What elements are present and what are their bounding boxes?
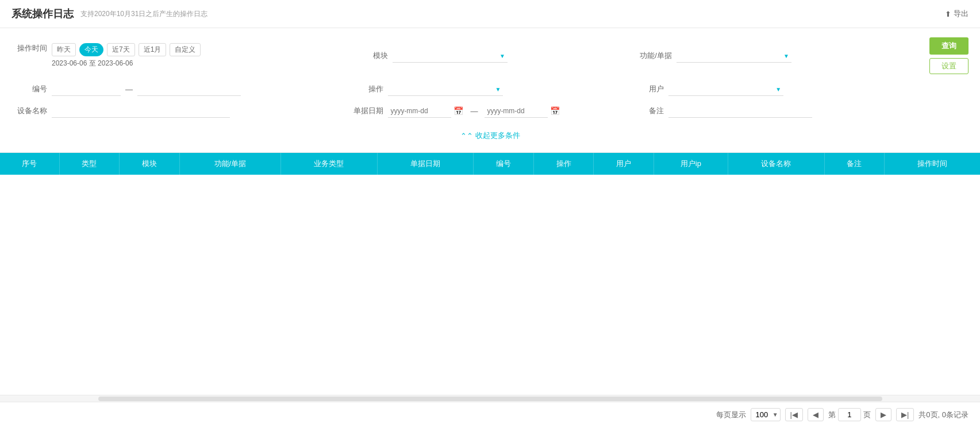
time-section: 昨天 今天 近7天 近1月 自定义 2023-06-06 至 2023-06-0… [52,43,201,68]
number-to-input[interactable] [137,82,241,96]
scrollbar-area[interactable] [0,395,980,402]
date-from-input[interactable] [388,105,451,118]
export-icon: ⬆ [945,10,951,18]
table-area: 序号类型模块功能/单据业务类型单据日期编号操作用户用户ip设备名称备注操作时间 [0,153,980,395]
table-header-cell: 操作 [533,153,593,175]
time-range-display: 2023-06-06 至 2023-06-06 [52,59,133,68]
user-cell: 用户 ▼ [628,82,909,96]
total-info: 共0页, 0条记录 [918,410,969,420]
module-select[interactable] [393,49,508,63]
date-to-input[interactable] [485,105,548,118]
page-unit: 页 [863,410,871,420]
collapse-label: 收起更多条件 [475,130,520,141]
voucher-date-cell: 单据日期 📅 — 📅 [348,105,628,118]
table-header-cell: 业务类型 [281,153,378,175]
per-page-label: 每页显示 [716,410,746,420]
time-btn-1month[interactable]: 近1月 [139,43,167,56]
page-wrapper: 系统操作日志 支持2020年10月31日之后产生的操作日志 ⬆ 导出 操作时间 … [0,0,980,427]
function-label: 功能/单据 [636,51,677,61]
table-header-cell: 序号 [0,153,59,175]
export-button[interactable]: ⬆ 导出 [945,9,969,19]
filter-row-1: 操作时间 昨天 今天 近7天 近1月 自定义 2023-06-06 至 2023… [11,37,969,74]
page-label: 第 [828,410,836,420]
table-empty-area [0,175,980,393]
operation-filter-label: 操作 [348,84,388,94]
operation-time-label: 操作时间 [11,43,52,53]
page-header: 系统操作日志 支持2020年10月31日之后产生的操作日志 ⬆ 导出 [0,0,980,28]
time-btn-7days[interactable]: 近7天 [107,43,135,56]
export-label: 导出 [954,9,969,19]
table-header: 序号类型模块功能/单据业务类型单据日期编号操作用户用户ip设备名称备注操作时间 [0,153,980,175]
number-label: 编号 [11,84,52,94]
table-header-cell: 单据日期 [377,153,474,175]
data-table: 序号类型模块功能/单据业务类型单据日期编号操作用户用户ip设备名称备注操作时间 [0,153,980,175]
function-select-wrapper: ▼ [677,49,791,63]
page-info: 第 页 [828,408,871,421]
action-btns: 查询 设置 [929,37,969,74]
per-page-select[interactable]: 100 10 20 50 200 [751,408,781,421]
filter-area: 操作时间 昨天 今天 近7天 近1月 自定义 2023-06-06 至 2023… [0,28,980,153]
calendar-to-icon[interactable]: 📅 [550,106,560,116]
settings-button[interactable]: 设置 [929,58,969,74]
time-btn-custom[interactable]: 自定义 [170,43,201,56]
table-header-cell: 用户 [594,153,654,175]
user-label: 用户 [628,84,668,94]
page-title: 系统操作日志 [11,7,74,21]
module-cell: 模块 ▼ [352,49,636,63]
module-select-wrapper: ▼ [393,49,508,63]
voucher-date-label: 单据日期 [348,106,388,116]
number-cell: 编号 — [11,82,348,96]
collapse-up-icon: ⌃⌃ [460,132,473,140]
operation-cell: 操作 ▼ [348,82,628,96]
table-header-cell: 用户ip [654,153,728,175]
user-select[interactable] [668,82,783,96]
time-btns-row: 昨天 今天 近7天 近1月 自定义 [52,43,201,56]
pagination-area: 每页显示 100 10 20 50 200 ▼ |◀ ◀ 第 页 ▶ ▶| 共0… [0,402,980,427]
header-left: 系统操作日志 支持2020年10月31日之后产生的操作日志 [11,7,207,21]
per-page-wrapper: 100 10 20 50 200 ▼ [751,408,781,421]
last-page-button[interactable]: ▶| [896,408,914,421]
table-header-cell: 类型 [59,153,119,175]
function-cell: 功能/单据 ▼ [636,49,920,63]
date-input-group: 📅 — 📅 [388,105,560,118]
device-input[interactable] [52,104,230,118]
operation-time-cell: 操作时间 昨天 今天 近7天 近1月 自定义 2023-06-06 至 2023… [11,43,352,68]
user-select-wrapper: ▼ [668,82,783,96]
number-dash: — [125,85,133,94]
function-select[interactable] [677,49,791,63]
time-btn-today[interactable]: 今天 [79,43,103,56]
prev-page-button[interactable]: ◀ [808,408,824,421]
filter-row-3: 设备名称 单据日期 📅 — 📅 备注 [11,104,969,118]
operation-select-wrapper: ▼ [388,82,503,96]
remark-cell: 备注 [628,104,909,118]
device-label: 设备名称 [11,106,52,116]
table-header-cell: 功能/单据 [179,153,280,175]
module-label: 模块 [352,51,393,61]
filter-row-2: 编号 — 操作 ▼ 用户 [11,82,969,96]
device-cell: 设备名称 [11,104,348,118]
table-header-row: 序号类型模块功能/单据业务类型单据日期编号操作用户用户ip设备名称备注操作时间 [0,153,980,175]
page-number-input[interactable] [838,408,861,421]
table-header-cell: 模块 [120,153,179,175]
table-header-cell: 编号 [474,153,533,175]
collapse-row: ⌃⌃ 收起更多条件 [11,126,969,143]
calendar-from-icon[interactable]: 📅 [454,106,463,116]
number-from-input[interactable] [52,82,121,96]
operation-select[interactable] [388,82,503,96]
table-header-cell: 操作时间 [884,153,980,175]
page-subtitle: 支持2020年10月31日之后产生的操作日志 [80,9,207,19]
remark-label: 备注 [628,106,668,116]
collapse-button[interactable]: ⌃⌃ 收起更多条件 [460,130,520,141]
table-header-cell: 设备名称 [728,153,824,175]
date-dash: — [470,107,478,116]
time-btn-yesterday[interactable]: 昨天 [52,43,76,56]
next-page-button[interactable]: ▶ [875,408,891,421]
remark-input[interactable] [668,104,812,118]
query-button[interactable]: 查询 [929,37,969,55]
first-page-button[interactable]: |◀ [785,408,803,421]
scrollbar-track[interactable] [98,397,882,401]
table-header-cell: 备注 [824,153,884,175]
